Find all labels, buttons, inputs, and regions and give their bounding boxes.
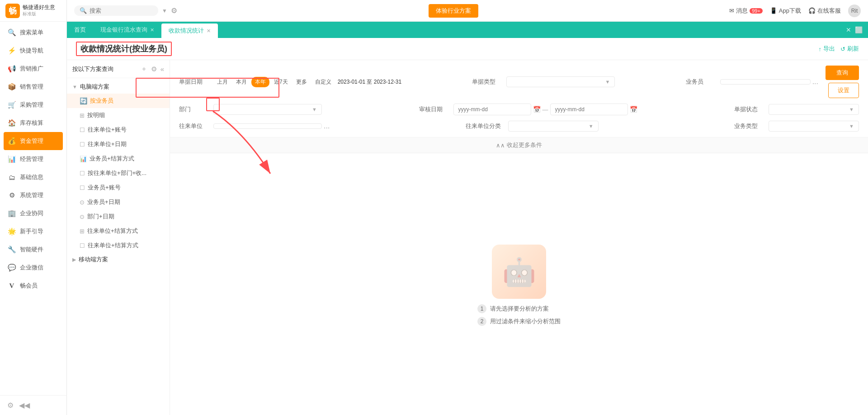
collapse-panel-btn[interactable]: « [160,65,164,73]
sidebar-item-purchase[interactable]: 🛒 采购管理 [0,96,66,114]
partner-date-label: 往来单位+日期 [88,140,127,148]
tree-item-partner-payment2[interactable]: ☐ 往来单位+结算方式 [67,238,170,253]
tree-item-partner-dept[interactable]: ☐ 按往来单位+部门+收... [67,166,170,180]
sidebar-label-member: 畅会员 [20,282,38,290]
partner-type-select[interactable]: ▼ [508,121,599,132]
partner-more-btn[interactable]: ... [324,122,330,130]
search-icon: 🔍 [80,7,87,14]
sidebar-item-inventory[interactable]: 🏠 库存核算 [0,114,66,132]
sidebar-item-hardware[interactable]: 🔧 智能硬件 [0,241,66,259]
salesperson-more-btn[interactable]: ... [812,78,818,86]
right-panel: 单据日期 上月 本月 本年 近7天 更多 自定义 2023-01-01 至 20… [170,60,868,415]
tab-receipt-label: 收款情况统计 [169,27,204,35]
tab-receipt-close[interactable]: ✕ [207,28,211,34]
trial-btn[interactable]: 体验行业方案 [429,4,478,18]
tree-item-salesperson-payment[interactable]: 📊 业务员+结算方式 [67,151,170,166]
sidebar-label-sales: 销售管理 [20,83,43,91]
refresh-btn[interactable]: ↺ 刷新 [840,45,859,53]
gear-scheme-btn[interactable]: ⚙ [151,65,157,73]
user-avatar[interactable]: Rit [848,5,861,17]
logo-name: 畅捷通好生意 [23,4,55,11]
date-tab-7days[interactable]: 近7天 [270,77,292,87]
guide-icon: 🌟 [7,227,16,236]
sidebar-item-corp[interactable]: 🏢 企业协同 [0,204,66,222]
tree-item-partner-payment1[interactable]: ⊞ 往来单位+结算方式 [67,224,170,238]
salesperson-select[interactable] [720,79,811,85]
review-date-from[interactable] [453,104,531,115]
date-label: 单据日期 [179,78,206,86]
logo-text-block: 畅捷通好生意 标准版 [23,4,55,18]
tab-receipt[interactable]: 收款情况统计 ✕ [161,24,218,38]
tab-home[interactable]: 首页 [67,22,93,38]
wechat-icon: 💬 [7,263,16,272]
sidebar-item-base[interactable]: 🗂 基础信息 [0,168,66,186]
date-from-value: 2023-01-01 [338,79,365,85]
refresh-icon: ↺ [840,46,845,52]
salesperson-scheme-icon: 🔄 [80,97,87,104]
export-btn[interactable]: ↑ 导出 [819,45,835,53]
sidebar-item-fund[interactable]: 💰 资金管理 [4,132,63,150]
tab-bank-close[interactable]: ✕ [150,27,154,33]
sidebar-label-search: 搜索菜单 [20,28,43,37]
settings-btn[interactable]: 设置 [828,83,859,98]
biz-type-arrow: ▼ [849,123,854,129]
tree-item-detail[interactable]: ⊞ 按明细 [67,108,170,123]
tree-item-partner-date[interactable]: ☐ 往来单位+日期 [67,137,170,151]
topbar-center: 体验行业方案 [177,4,729,18]
tree-item-partner-account[interactable]: ☐ 往来单位+账号 [67,123,170,137]
search-input[interactable] [90,7,153,14]
sidebar-item-member[interactable]: V 畅会员 [0,277,66,295]
message-btn[interactable]: ✉ 消息 99+ [729,7,763,15]
tree-section-mobile-header[interactable]: ▶ 移动端方案 [67,253,170,266]
dept-date-label: 部门+日期 [87,212,114,221]
review-date-to[interactable] [550,104,628,115]
date-tab-custom[interactable]: 自定义 [311,77,335,87]
query-btn[interactable]: 查询 [826,66,859,80]
topbar-gear-icon[interactable]: ⚙ [171,6,177,15]
sidebar-item-system[interactable]: ⚙ 系统管理 [0,186,66,204]
sidebar-item-wechat[interactable]: 💬 企业微信 [0,259,66,277]
search-box[interactable]: 🔍 [74,5,158,16]
doc-type-select[interactable]: ▼ [506,76,615,87]
tree-section-pc-header[interactable]: ▼ 电脑端方案 [67,80,170,94]
sidebar-label-hardware: 智能硬件 [20,245,43,254]
date-tab-this-year[interactable]: 本年 [251,77,269,87]
hint-item-2: 2 用过滤条件来缩小分析范围 [477,317,561,326]
app-download-btn[interactable]: 📱 App下载 [770,7,801,15]
sidebar-item-sales[interactable]: 📦 销售管理 [0,78,66,96]
topbar: 🔍 ▼ ⚙ 体验行业方案 ✉ 消息 99+ 📱 App下载 🎧 在线客服 Rit [67,0,868,22]
date-tab-more[interactable]: 更多 [292,77,311,87]
base-icon: 🗂 [7,173,16,182]
tab-bank[interactable]: 现金银行流水查询 ✕ [93,22,161,38]
sidebar-item-guide[interactable]: 🌟 新手引导 [0,222,66,241]
tab-close-win-icon[interactable]: ✕ [846,26,851,33]
add-scheme-btn[interactable]: ＋ [141,65,147,73]
review-to-cal-icon[interactable]: 📅 [630,106,637,113]
sidebar-item-marketing[interactable]: 📢 营销推广 [0,60,66,78]
date-tab-this-month[interactable]: 本月 [232,77,250,87]
review-date-label: 审核日期 [419,105,446,113]
collapse-sidebar-icon[interactable]: ◀◀ [19,401,30,410]
tab-maximize-icon[interactable]: ⬜ [855,26,863,33]
biz-type-select[interactable]: ▼ [769,121,859,132]
sidebar-label-corp: 企业协同 [20,209,43,217]
partner-select[interactable] [213,123,322,129]
tabbar-controls: ✕ ⬜ [846,26,868,33]
tree-item-salesperson-date[interactable]: ⊙ 业务员+日期 [67,195,170,209]
date-tab-last-month[interactable]: 上月 [213,77,231,87]
topbar-dropdown-arrow[interactable]: ▼ [162,8,167,14]
sidebar-item-search[interactable]: 🔍 搜索菜单 [0,24,66,42]
dept-select[interactable]: ▼ [213,104,322,115]
sidebar-item-shortcut[interactable]: ⚡ 快捷导航 [0,42,66,60]
review-from-cal-icon[interactable]: 📅 [533,106,541,113]
detail-scheme-icon: ⊞ [80,112,85,119]
tree-item-salesperson-account[interactable]: ☐ 业务员+账号 [67,180,170,195]
settings-icon[interactable]: ⚙ [7,401,14,410]
online-service-btn[interactable]: 🎧 在线客服 [808,7,841,15]
doc-status-select[interactable]: ▼ [769,104,859,115]
date-dash: — [542,106,548,113]
sidebar-item-operation[interactable]: 📊 经营管理 [0,150,66,168]
collapse-bar[interactable]: ∧∧ 收起更多条件 [170,137,868,153]
tree-item-dept-date[interactable]: ⊙ 部门+日期 [67,209,170,224]
tree-item-salesperson[interactable]: 🔄 按业务员 [67,94,170,108]
